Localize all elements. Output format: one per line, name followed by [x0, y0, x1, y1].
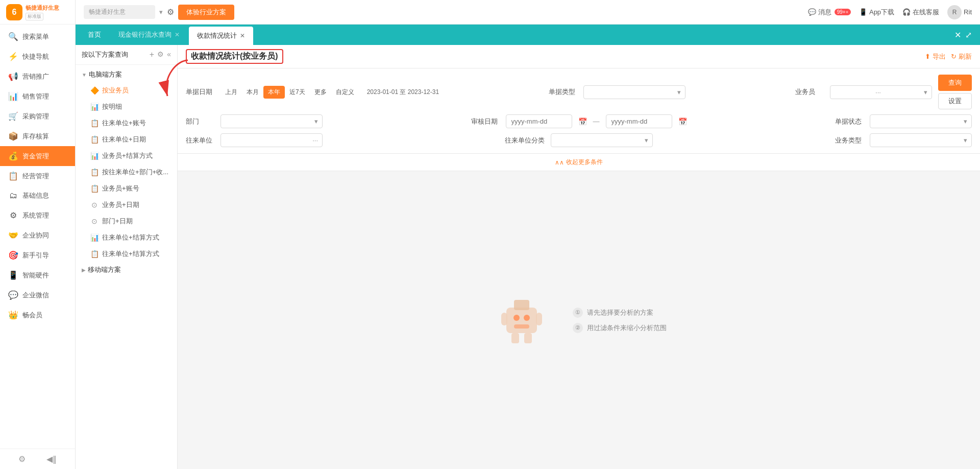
app-download-item[interactable]: 📱 App下载	[859, 8, 894, 17]
left-panel-title: 按以下方案查询	[82, 50, 128, 59]
date-tab-last-month[interactable]: 上月	[220, 86, 242, 99]
message-item[interactable]: 💬 消息 99++	[808, 8, 851, 17]
scheme-item-customer-account[interactable]: 📋 往来单位+账号	[76, 115, 177, 131]
user-avatar-item[interactable]: R Rit	[947, 5, 972, 19]
tab-collection-stat-close[interactable]: ✕	[240, 32, 245, 39]
dept-select[interactable]: ▾	[220, 114, 323, 128]
sidebar-settings-icon[interactable]: ⚙	[18, 454, 26, 464]
sidebar-item-base-info[interactable]: 🗂基础信息	[0, 186, 75, 205]
nav-label-sales: 销售管理	[22, 92, 49, 101]
business-type-label: 业务类型	[835, 136, 864, 145]
tab-bank-flow-label: 现金银行流水查询	[118, 30, 172, 39]
sidebar-item-member[interactable]: 👑畅会员	[0, 305, 75, 325]
page-area: 按以下方案查询 + ⚙ « ▼ 电脑端方案 🔶 按业务员 📊	[76, 45, 980, 469]
sidebar-item-operation[interactable]: 📋经营管理	[0, 166, 75, 186]
scheme-item-customer-dept[interactable]: 📋 按往来单位+部门+收...	[76, 164, 177, 180]
header-actions: ⬆ 导出 ↻ 刷新	[925, 52, 972, 61]
scheme-item-by-detail[interactable]: 📊 按明细	[76, 99, 177, 115]
nav-icon-base-info: 🗂	[8, 191, 18, 200]
date-tab-more[interactable]: 更多	[310, 86, 331, 99]
sidebar-collapse-icon[interactable]: ◀‖	[46, 454, 57, 464]
sidebar-item-search-menu[interactable]: 🔍搜索菜单	[0, 27, 75, 46]
export-button[interactable]: ⬆ 导出	[925, 52, 946, 61]
scheme-label-salesperson-date: 业务员+日期	[102, 200, 139, 209]
tab-collection-stat[interactable]: 收款情况统计 ✕	[189, 27, 253, 45]
nav-icon-wechat: 💬	[8, 290, 18, 300]
customer-select[interactable]: ···	[220, 133, 323, 147]
nav-icon-marketing: 📢	[8, 72, 18, 81]
business-type-select[interactable]: ▾	[870, 133, 972, 147]
scheme-icon-customer-date: 📋	[90, 135, 99, 144]
collapse-bar[interactable]: ∧∧ 收起更多条件	[178, 154, 980, 171]
add-scheme-icon[interactable]: +	[150, 50, 154, 59]
sidebar-item-inventory[interactable]: 📦库存核算	[0, 126, 75, 146]
page-title: 收款情况统计(按业务员)	[191, 51, 278, 62]
date-tab-this-month[interactable]: 本月	[242, 86, 263, 99]
user-name: Rit	[964, 8, 972, 16]
sidebar-item-purchase[interactable]: 🛒采购管理	[0, 106, 75, 126]
scheme-collapse-icon[interactable]: «	[167, 50, 171, 59]
doc-status-label: 单据状态	[835, 117, 864, 126]
scheme-item-customer-method2[interactable]: 📋 往来单位+结算方式	[76, 246, 177, 262]
nav-label-inventory: 库存核算	[22, 132, 49, 141]
sidebar-item-wechat[interactable]: 💬企业微信	[0, 285, 75, 305]
scheme-settings-icon[interactable]: ⚙	[157, 50, 164, 59]
sidebar: 6 畅捷通好生意 标准版 🔍搜索菜单⚡快捷导航📢营销推广📊销售管理🛒采购管理📦库…	[0, 0, 76, 469]
logo-icon: 6	[6, 4, 22, 20]
online-service-item[interactable]: 🎧 在线客服	[902, 8, 939, 17]
date-tab-custom[interactable]: 自定义	[331, 86, 359, 99]
tab-home[interactable]: 首页	[80, 25, 109, 45]
sidebar-item-smart-hw[interactable]: 📱智能硬件	[0, 265, 75, 285]
scheme-item-customer-method1[interactable]: 📊 往来单位+结算方式	[76, 229, 177, 246]
date-tabs: 上月 本月 本年 近7天 更多 自定义	[220, 86, 359, 99]
tabbar-right-actions: ✕ ⤢	[954, 25, 976, 45]
nav-icon-system: ⚙	[8, 210, 18, 220]
tabbar-expand-icon[interactable]: ⤢	[965, 30, 972, 40]
sidebar-item-sales[interactable]: 📊销售管理	[0, 86, 75, 106]
calendar-to-icon[interactable]: 📅	[678, 118, 687, 126]
review-date-from-input[interactable]	[506, 114, 572, 128]
date-tab-this-year[interactable]: 本年	[263, 86, 285, 99]
tabbar-close-icon[interactable]: ✕	[954, 30, 961, 40]
topbar-settings-icon[interactable]: ⚙	[167, 7, 174, 17]
scheme-item-customer-date[interactable]: 📋 往来单位+日期	[76, 131, 177, 148]
customer-category-select[interactable]: ▾	[551, 133, 653, 147]
sidebar-item-guide[interactable]: 🎯新手引导	[0, 245, 75, 265]
review-date-to-input[interactable]	[606, 114, 672, 128]
scheme-label-salesperson-method: 业务员+结算方式	[102, 151, 153, 160]
tab-bank-flow-close[interactable]: ✕	[175, 31, 180, 38]
settings-button[interactable]: 设置	[938, 93, 972, 109]
refresh-button[interactable]: ↻ 刷新	[951, 52, 972, 61]
scheme-item-salesperson-date[interactable]: ⊙ 业务员+日期	[76, 197, 177, 213]
sidebar-item-enterprise[interactable]: 🤝企业协同	[0, 225, 75, 245]
query-button[interactable]: 查询	[938, 75, 972, 91]
dept-arrow: ▾	[314, 118, 318, 125]
scheme-item-by-salesperson[interactable]: 🔶 按业务员	[76, 82, 177, 99]
trial-button[interactable]: 体验行业方案	[178, 5, 234, 20]
sidebar-item-finance[interactable]: 💰资金管理	[0, 146, 75, 166]
scheme-group-desktop[interactable]: ▼ 电脑端方案	[76, 67, 177, 82]
svg-rect-8	[524, 333, 532, 343]
scheme-item-salesperson-method[interactable]: 📊 业务员+结算方式	[76, 148, 177, 164]
calendar-from-icon[interactable]: 📅	[578, 118, 587, 126]
topbar-dropdown-icon[interactable]: ▾	[159, 8, 163, 16]
tab-bank-flow[interactable]: 现金银行流水查询 ✕	[110, 25, 188, 45]
scheme-group-mobile[interactable]: ▶ 移动端方案	[76, 262, 177, 277]
doc-status-select[interactable]: ▾	[870, 114, 972, 128]
sidebar-item-quick-nav[interactable]: ⚡快捷导航	[0, 46, 75, 66]
doc-type-select[interactable]: ▾	[583, 85, 685, 99]
svg-rect-5	[501, 313, 507, 325]
sidebar-item-marketing[interactable]: 📢营销推广	[0, 66, 75, 86]
nav-icon-purchase: 🛒	[8, 111, 18, 121]
doc-status-arrow: ▾	[964, 118, 967, 125]
scheme-label-salesperson: 按业务员	[102, 86, 129, 95]
date-tab-last7[interactable]: 近7天	[285, 86, 310, 99]
sidebar-item-system[interactable]: ⚙系统管理	[0, 205, 75, 225]
topbar-left: 畅捷通好生意 ▾ ⚙ 体验行业方案	[84, 5, 234, 20]
scheme-item-dept-date[interactable]: ⊙ 部门+日期	[76, 213, 177, 229]
scheme-item-salesperson-account[interactable]: 📋 业务员+账号	[76, 180, 177, 197]
salesperson-select[interactable]: ··· ▾	[830, 85, 932, 99]
scheme-label-detail: 按明细	[102, 102, 122, 111]
nav-label-member: 畅会员	[22, 311, 42, 320]
group-arrow-desktop: ▼	[82, 72, 87, 78]
